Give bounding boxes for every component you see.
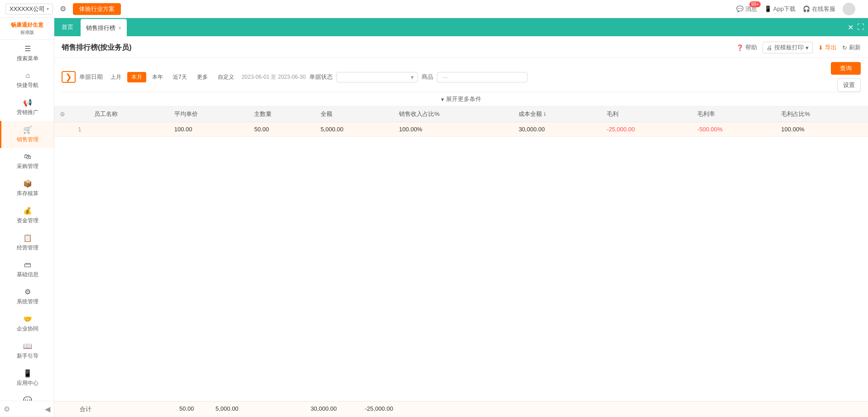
sidebar-settings-button[interactable]: ⚙ [4, 405, 10, 413]
chevron-down-icon: ▾ [47, 6, 49, 11]
filter-row-main: ❯ 单据日期 上月 本月 本年 近7天 更多 自定义 2023-06-01 至 … [62, 62, 861, 92]
row-settings-icon [54, 122, 71, 137]
footer-cost: 30,000.00 [305, 405, 360, 413]
filter-area: ❯ 单据日期 上月 本月 本年 近7天 更多 自定义 2023-06-01 至 … [54, 58, 868, 106]
date-btn-7days[interactable]: 近7天 [169, 72, 191, 82]
sidebar-item-inventory[interactable]: 📦 库存核算 [0, 175, 54, 202]
tab-sales-ranking[interactable]: 销售排行榜 × [81, 19, 127, 37]
sidebar-item-newbie[interactable]: 📖 新手引导 [0, 337, 54, 364]
export-button[interactable]: ⬇ 导出 [818, 43, 837, 52]
message-button[interactable]: 💬 消息 99+ [736, 5, 757, 13]
page-header: 销售排行榜(按业务员) ❓ 帮助 🖨 按模板打印 ▾ ⬇ 导出 [54, 36, 868, 58]
online-service-button[interactable]: 🎧 在线客服 [803, 5, 835, 13]
sidebar-item-basic-info[interactable]: 🗃 基础信息 [0, 256, 54, 283]
date-btn-this-month[interactable]: 本月 [127, 72, 146, 82]
sidebar-label-quick-nav: 快捷导航 [17, 81, 38, 89]
expand-more-button[interactable]: ▾ 展开更多条件 [441, 95, 481, 103]
refresh-button[interactable]: ↻ 刷新 [842, 43, 861, 52]
main-layout: 畅康通好生意 标准版 ☰ 搜索菜单 ⌂ 快捷导航 📢 营销推广 🛒 销售管理 [0, 18, 868, 417]
app-download-button[interactable]: 📱 App下载 [764, 5, 796, 13]
message-badge: 99+ [749, 1, 761, 7]
col-rank [71, 106, 89, 122]
footer-profit: -25,000.00 [360, 405, 405, 413]
date-btn-last-month[interactable]: 上月 [106, 72, 125, 82]
filter-collapse-button[interactable]: ❯ [62, 71, 76, 83]
col-avg-price: 平均单价 [169, 106, 249, 122]
tab-fullscreen-icon[interactable]: ⛶ [857, 23, 864, 31]
row-profit: -25,000.00 [601, 122, 692, 137]
col-amount: 全额 [315, 106, 393, 122]
search-order-icon: ☰ [24, 44, 31, 53]
sidebar-item-purchase[interactable]: 🛍 采购管理 [0, 148, 54, 175]
print-icon: 🖨 [767, 44, 772, 51]
sidebar-label-search-order: 搜索菜单 [17, 55, 38, 62]
col-profit-rate: 毛利率 [692, 106, 776, 122]
col-profit-ratio: 毛利占比% [776, 106, 868, 122]
print-dropdown-icon: ▾ [806, 44, 809, 51]
date-btn-more[interactable]: 更多 [193, 72, 212, 82]
tab-close-all-icon[interactable]: ✕ [848, 23, 854, 32]
print-button[interactable]: 🖨 按模板打印 ▾ [762, 42, 813, 53]
sidebar-item-finance[interactable]: 💰 资金管理 [0, 202, 54, 229]
date-filter-label: 单据日期 [79, 73, 103, 81]
row-profit-ratio: 100.00% [776, 122, 868, 137]
sidebar-label-system: 系统管理 [17, 298, 38, 306]
settings-icon[interactable]: ⚙ [57, 3, 69, 15]
sidebar-collapse-button[interactable]: ◀ [45, 405, 50, 413]
footer-qty: 50.00 [174, 405, 210, 413]
sidebar-item-sales[interactable]: 🛒 销售管理 [0, 121, 54, 148]
sidebar-label-operations: 经营管理 [17, 244, 38, 252]
sidebar-item-operations[interactable]: 📋 经营管理 [0, 229, 54, 256]
inventory-icon: 📦 [23, 179, 32, 188]
content-area: 首页 销售排行榜 × ✕ ⛶ 销售排行榜(按业务员) ❓ 帮助 [54, 18, 868, 417]
tab-bar: 首页 销售排行榜 × ✕ ⛶ [54, 18, 868, 36]
purchase-icon: 🛍 [24, 153, 31, 161]
company-name: XXXXXX公司 [10, 5, 45, 13]
row-sales-ratio: 100.00% [393, 122, 513, 137]
system-icon: ⚙ [24, 288, 31, 296]
date-btn-this-year[interactable]: 本年 [148, 72, 167, 82]
help-button[interactable]: ❓ 帮助 [736, 43, 757, 52]
sidebar-item-wechat[interactable]: 💬 企业微信 [0, 392, 54, 401]
goods-more-icon: ··· [443, 74, 448, 81]
sidebar-item-search-order[interactable]: ☰ 搜索菜单 [0, 40, 54, 67]
goods-select[interactable]: ··· [437, 72, 528, 82]
company-select[interactable]: XXXXXX公司 ▾ [5, 4, 53, 14]
avatar[interactable] [843, 3, 855, 15]
top-right-actions: 💬 消息 99+ 📱 App下载 🎧 在线客服 [736, 3, 863, 15]
sidebar-item-system[interactable]: ⚙ 系统管理 [0, 283, 54, 310]
query-button[interactable]: 查询 [831, 62, 861, 75]
date-btn-custom[interactable]: 自定义 [214, 72, 238, 82]
message-icon: 💬 [736, 5, 743, 12]
sidebar-bottom: ⚙ ◀ [0, 401, 54, 417]
date-buttons: 上月 本月 本年 近7天 更多 自定义 [106, 72, 238, 82]
status-select-arrow-icon: ▾ [411, 74, 414, 81]
expand-more-row: ▾ 展开更多条件 [62, 92, 861, 106]
experience-button[interactable]: 体验行业方案 [73, 3, 121, 15]
expand-down-icon: ▾ [441, 96, 444, 103]
sidebar-item-enterprise[interactable]: 🤝 企业协同 [0, 310, 54, 337]
footer-settings [60, 405, 74, 413]
table-settings-button[interactable]: 设置 [837, 78, 861, 92]
tab-close-icon[interactable]: × [118, 25, 121, 31]
col-settings[interactable]: ⚙ [54, 106, 71, 122]
ranking-table: ⚙ 员工名称 平均单价 主数量 全额 销售收入占比% 成本全额 ℹ 毛利 毛利率… [54, 106, 868, 137]
status-select[interactable]: ▾ [336, 72, 418, 82]
col-qty: 主数量 [249, 106, 315, 122]
app-center-icon: 📱 [23, 369, 32, 378]
row-employee [89, 122, 169, 137]
top-bar: XXXXXX公司 ▾ ⚙ 体验行业方案 💬 消息 99+ 📱 App下载 🎧 在… [0, 0, 868, 18]
table-header-row: ⚙ 员工名称 平均单价 主数量 全额 销售收入占比% 成本全额 ℹ 毛利 毛利率… [54, 106, 868, 122]
newbie-icon: 📖 [23, 342, 32, 350]
enterprise-icon: 🤝 [23, 315, 32, 323]
sidebar-item-quick-nav[interactable]: ⌂ 快捷导航 [0, 67, 54, 94]
sidebar-item-app-center[interactable]: 📱 应用中心 [0, 364, 54, 392]
row-amount: 5,000.00 [315, 122, 393, 137]
sidebar-label-app-center: 应用中心 [17, 379, 38, 387]
sidebar-label-finance: 资金管理 [17, 217, 38, 225]
goods-filter-label: 商品 [422, 73, 433, 81]
page-title: 销售排行榜(按业务员) [62, 43, 132, 53]
sidebar-label-enterprise: 企业协同 [17, 325, 38, 333]
sidebar-item-marketing[interactable]: 📢 营销推广 [0, 94, 54, 121]
tab-home[interactable]: 首页 [54, 18, 81, 36]
